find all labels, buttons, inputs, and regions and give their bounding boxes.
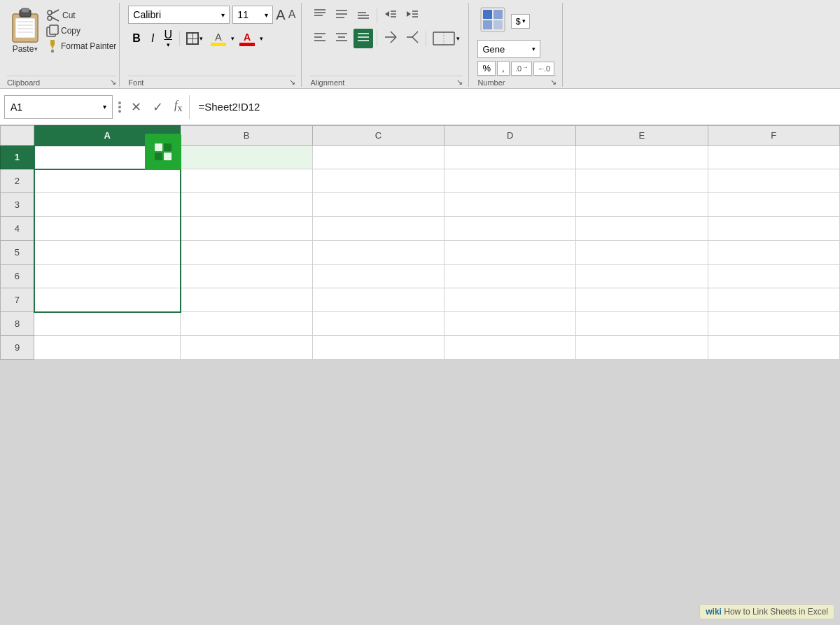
cell-A3[interactable]: [34, 193, 181, 217]
align-top-button[interactable]: [310, 6, 330, 25]
cell-C4[interactable]: [312, 217, 444, 241]
cell-E8[interactable]: [576, 312, 708, 336]
cell-E6[interactable]: [576, 265, 708, 288]
cell-E5[interactable]: [576, 241, 708, 265]
fill-color-button[interactable]: A: [208, 30, 229, 48]
font-name-dropdown[interactable]: Calibri ▾: [128, 6, 230, 24]
cell-C5[interactable]: [312, 241, 444, 265]
cell-A8[interactable]: [34, 312, 181, 336]
row-header-2[interactable]: 2: [1, 169, 34, 193]
cell-F9[interactable]: [708, 336, 839, 360]
align-left-button[interactable]: [310, 29, 330, 48]
cell-C3[interactable]: [312, 193, 444, 217]
fill-color-arrow[interactable]: ▾: [231, 35, 234, 42]
cell-B6[interactable]: [181, 265, 312, 288]
cell-F2[interactable]: [708, 169, 839, 193]
row-header-5[interactable]: 5: [1, 241, 34, 265]
cell-C2[interactable]: [312, 169, 444, 193]
formula-input[interactable]: [192, 95, 836, 119]
cell-F5[interactable]: [708, 241, 839, 265]
cell-E4[interactable]: [576, 217, 708, 241]
number-expand-icon[interactable]: ↘: [550, 78, 556, 87]
cell-D9[interactable]: [444, 336, 575, 360]
decrease-indent-button[interactable]: [381, 6, 400, 25]
font-expand-icon[interactable]: ↘: [289, 78, 295, 87]
cell-D4[interactable]: [444, 217, 575, 241]
align-center-button[interactable]: [332, 29, 351, 48]
cell-E1[interactable]: [576, 146, 708, 169]
font-shrink-button[interactable]: A: [288, 9, 296, 20]
number-format-dropdown[interactable]: Gene ▾: [477, 40, 540, 58]
cell-C8[interactable]: [312, 312, 444, 336]
font-size-dropdown[interactable]: 11 ▾: [232, 6, 273, 24]
name-box[interactable]: A1 ▾: [4, 95, 113, 119]
cell-C9[interactable]: [312, 336, 444, 360]
cell-E7[interactable]: [576, 288, 708, 312]
percent-button[interactable]: %: [477, 61, 496, 76]
conditional-format-button[interactable]: [477, 6, 508, 36]
cell-F6[interactable]: [708, 265, 839, 288]
number-format-area[interactable]: $ ▾: [511, 14, 529, 29]
font-color-arrow[interactable]: ▾: [260, 35, 263, 42]
cell-B5[interactable]: [181, 241, 312, 265]
cell-B7[interactable]: [181, 288, 312, 312]
row-header-8[interactable]: 8: [1, 312, 34, 336]
clipboard-expand-icon[interactable]: ↘: [110, 78, 116, 87]
bold-button[interactable]: B: [128, 30, 145, 47]
cell-D8[interactable]: [444, 312, 575, 336]
align-justify-button[interactable]: [354, 29, 373, 48]
formula-cancel-button[interactable]: ✕: [127, 98, 146, 116]
font-color-button[interactable]: A: [237, 30, 258, 48]
cell-B8[interactable]: [181, 312, 312, 336]
col-header-B[interactable]: B: [181, 126, 312, 146]
cell-C1[interactable]: [312, 146, 444, 169]
align-bottom-button[interactable]: [354, 6, 373, 25]
cell-A4[interactable]: [34, 217, 181, 241]
formula-confirm-button[interactable]: ✓: [148, 98, 167, 116]
row-header-7[interactable]: 7: [1, 288, 34, 312]
row-header-4[interactable]: 4: [1, 217, 34, 241]
cell-B1[interactable]: [181, 146, 312, 169]
underline-button[interactable]: U ▾: [160, 27, 176, 50]
cell-E3[interactable]: [576, 193, 708, 217]
cell-F8[interactable]: [708, 312, 839, 336]
cell-E9[interactable]: [576, 336, 708, 360]
col-header-E[interactable]: E: [576, 126, 708, 146]
col-header-F[interactable]: F: [708, 126, 839, 146]
col-header-D[interactable]: D: [444, 126, 575, 146]
cut-button[interactable]: Cut: [46, 8, 116, 22]
cell-D3[interactable]: [444, 193, 575, 217]
cell-D5[interactable]: [444, 241, 575, 265]
row-header-6[interactable]: 6: [1, 265, 34, 288]
cell-C7[interactable]: [312, 288, 444, 312]
row-header-1[interactable]: 1: [1, 146, 34, 169]
cell-A2[interactable]: [34, 169, 181, 193]
cell-F7[interactable]: [708, 288, 839, 312]
cell-A5[interactable]: [34, 241, 181, 265]
font-grow-button[interactable]: A: [276, 8, 285, 22]
increase-decimal-button[interactable]: .0→: [511, 62, 532, 76]
cell-F4[interactable]: [708, 217, 839, 241]
alignment-expand-icon[interactable]: ↘: [456, 78, 463, 87]
cell-F1[interactable]: [708, 146, 839, 169]
cell-D1[interactable]: [444, 146, 575, 169]
paste-button[interactable]: Paste ▾: [7, 6, 43, 55]
row-header-3[interactable]: 3: [1, 193, 34, 217]
cell-A7[interactable]: [34, 288, 181, 312]
cell-A9[interactable]: [34, 336, 181, 360]
italic-button[interactable]: I: [147, 30, 158, 47]
decrease-decimal-button[interactable]: ←.0: [533, 62, 554, 76]
borders-button[interactable]: ▾: [183, 31, 206, 46]
cell-F3[interactable]: [708, 193, 839, 217]
cell-B4[interactable]: [181, 217, 312, 241]
align-middle-button[interactable]: [332, 6, 351, 25]
col-header-C[interactable]: C: [312, 126, 444, 146]
cell-B2[interactable]: [181, 169, 312, 193]
formula-fx-button[interactable]: fx: [170, 97, 186, 115]
increase-indent-button[interactable]: [402, 6, 422, 25]
text-direction-button[interactable]: [381, 29, 400, 48]
excel-quick-access-icon[interactable]: [145, 134, 181, 170]
cell-E2[interactable]: [576, 169, 708, 193]
cell-A6[interactable]: [34, 265, 181, 288]
format-painter-button[interactable]: Format Painter: [46, 39, 116, 53]
